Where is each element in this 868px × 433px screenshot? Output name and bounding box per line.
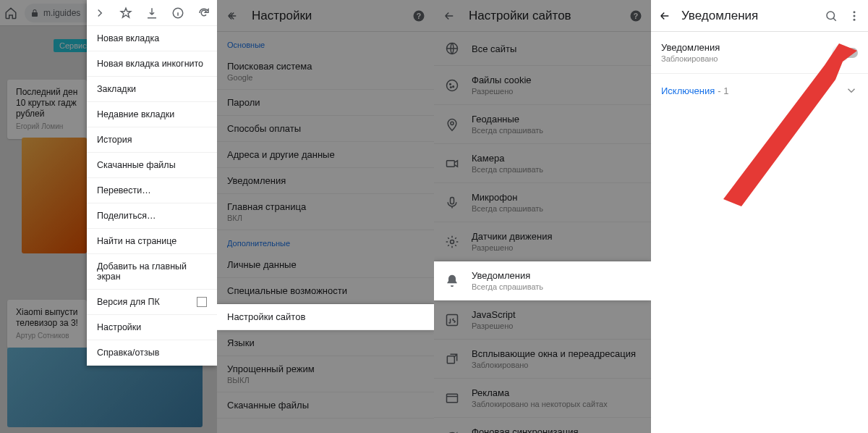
menu-item[interactable]: Скачанные файлы: [87, 153, 217, 178]
menu-item-label: Добавить на главный экран: [97, 261, 207, 282]
checkbox-icon[interactable]: [197, 297, 207, 307]
motion-icon: [444, 234, 460, 250]
exceptions-label: Исключения: [661, 85, 715, 96]
site-row-primary: Файлы cookie: [472, 75, 641, 85]
menu-item[interactable]: Новая вкладка инкогнито: [87, 51, 217, 77]
info-icon[interactable]: [171, 7, 184, 20]
setting-primary: Настройки сайтов: [227, 311, 424, 322]
news-card-1[interactable]: Последний ден 10 крутых гадж рублей Егор…: [7, 80, 87, 139]
menu-item[interactable]: Версия для ПК: [87, 290, 217, 315]
location-icon: [444, 117, 460, 133]
ads-icon: [444, 390, 460, 406]
menu-item-label: Новая вкладка инкогнито: [97, 59, 203, 69]
menu-item[interactable]: Закладки: [87, 77, 217, 102]
download-icon[interactable]: [145, 7, 158, 20]
site-setting-row[interactable]: Датчики движенияРазрешено: [434, 222, 651, 261]
site-setting-row[interactable]: Файлы cookieРазрешено: [434, 66, 651, 105]
sync-icon: [444, 429, 460, 434]
site-setting-row[interactable]: УведомленияВсегда спрашивать: [434, 261, 651, 300]
menu-item[interactable]: Перевести…: [87, 178, 217, 203]
site-setting-row[interactable]: Все сайты: [434, 32, 651, 66]
menu-item[interactable]: Недавние вкладки: [87, 102, 217, 127]
menu-item[interactable]: Найти на странице: [87, 229, 217, 254]
star-icon[interactable]: [119, 7, 132, 20]
svg-rect-12: [451, 197, 454, 203]
setting-row[interactable]: Пароли: [217, 90, 434, 116]
notifications-header: Уведомления: [651, 0, 868, 32]
site-row-primary: Реклама: [472, 387, 641, 398]
site-row-primary: Всплывающие окна и переадресация: [472, 348, 641, 359]
menu-item[interactable]: Справка/отзыв: [87, 340, 217, 366]
svg-point-10: [451, 122, 454, 125]
setting-row[interactable]: Настройки сайтов: [217, 304, 434, 330]
overflow-menu: Новая вкладкаНовая вкладка инкогнитоЗакл…: [87, 0, 217, 366]
setting-primary: Адреса и другие данные: [227, 149, 424, 160]
setting-row[interactable]: Поисковая системаGoogle: [217, 54, 434, 90]
notifications-pane: Уведомления Уведомления Заблокировано Ис…: [651, 0, 868, 433]
svg-point-8: [453, 85, 454, 87]
site-row-primary: Уведомления: [472, 270, 641, 281]
settings-pane: Настройки ? Основные Поисковая системаGo…: [217, 0, 434, 433]
bg-image-app: [22, 138, 87, 253]
setting-primary: Упрощенный режим: [227, 363, 424, 374]
setting-row[interactable]: Скачанные файлы: [217, 392, 434, 419]
site-setting-row[interactable]: Всплывающие окна и переадресацияЗаблокир…: [434, 340, 651, 379]
menu-item-label: Недавние вкладки: [97, 109, 174, 119]
site-row-secondary: Всегда спрашивать: [472, 126, 641, 135]
site-setting-row[interactable]: ГеоданныеВсегда спрашивать: [434, 105, 651, 144]
setting-primary: Скачанные файлы: [227, 400, 424, 411]
site-row-primary: Микрофон: [472, 192, 641, 203]
site-setting-row[interactable]: РекламаЗаблокировано на некоторых сайтах: [434, 379, 651, 418]
exceptions-row[interactable]: Исключения - 1: [651, 74, 868, 107]
site-setting-row[interactable]: Фоновая синхронизацияРазрешено: [434, 418, 651, 433]
news-card-2[interactable]: Xiaomi выпусти телевизор за 3! Артур Сот…: [7, 300, 87, 348]
setting-row[interactable]: Языки: [217, 330, 434, 356]
forward-icon[interactable]: [93, 7, 106, 20]
card-author: Артур Сотников: [16, 332, 78, 341]
card-author: Егорий Ломин: [16, 122, 78, 132]
home-icon[interactable]: [4, 7, 17, 20]
help-icon[interactable]: ?: [412, 9, 425, 22]
setting-row[interactable]: Способы оплаты: [217, 116, 434, 142]
site-setting-row[interactable]: JavaScriptРазрешено: [434, 300, 651, 340]
setting-row[interactable]: Упрощенный режимВЫКЛ: [217, 356, 434, 392]
reload-icon[interactable]: [197, 7, 210, 20]
notifications-toggle[interactable]: [835, 48, 858, 58]
setting-row[interactable]: Специальные возможности: [217, 278, 434, 304]
setting-secondary: Google: [227, 73, 424, 82]
back-icon[interactable]: [226, 9, 239, 22]
svg-rect-15: [447, 356, 454, 363]
setting-primary: Способы оплаты: [227, 123, 424, 134]
section-label-extra: Дополнительные: [217, 230, 434, 252]
notif-row-secondary: Заблокировано: [661, 54, 835, 63]
menu-item[interactable]: Настройки: [87, 315, 217, 340]
notifications-toggle-row[interactable]: Уведомления Заблокировано: [651, 32, 868, 74]
more-icon[interactable]: [848, 9, 861, 22]
exceptions-count: - 1: [718, 85, 845, 96]
back-icon[interactable]: [658, 9, 671, 22]
setting-row[interactable]: Уведомления: [217, 168, 434, 194]
setting-row[interactable]: Адреса и другие данные: [217, 142, 434, 168]
search-icon[interactable]: [825, 9, 838, 22]
svg-rect-14: [447, 314, 458, 325]
mic-icon: [444, 195, 460, 211]
setting-row[interactable]: Личные данные: [217, 252, 434, 278]
site-row-secondary: Всегда спрашивать: [472, 282, 641, 291]
notif-row-primary: Уведомления: [661, 42, 835, 53]
back-icon[interactable]: [443, 9, 456, 22]
menu-item[interactable]: Добавить на главный экран: [87, 254, 217, 290]
setting-row[interactable]: Главная страницаВКЛ: [217, 194, 434, 230]
site-setting-row[interactable]: МикрофонВсегда спрашивать: [434, 183, 651, 222]
setting-primary: Специальные возможности: [227, 285, 424, 296]
help-icon[interactable]: ?: [629, 9, 642, 22]
camera-icon: [444, 156, 460, 172]
menu-item[interactable]: Поделиться…: [87, 203, 217, 229]
site-row-secondary: Разрешено: [472, 243, 641, 252]
site-setting-row[interactable]: КамераВсегда спрашивать: [434, 144, 651, 183]
site-row-secondary: Заблокировано на некоторых сайтах: [472, 400, 641, 408]
menu-item[interactable]: История: [87, 127, 217, 153]
menu-item-label: Перевести…: [97, 185, 151, 196]
menu-item[interactable]: Новая вкладка: [87, 26, 217, 51]
menu-item-label: Настройки: [97, 322, 141, 332]
svg-point-19: [854, 14, 856, 17]
